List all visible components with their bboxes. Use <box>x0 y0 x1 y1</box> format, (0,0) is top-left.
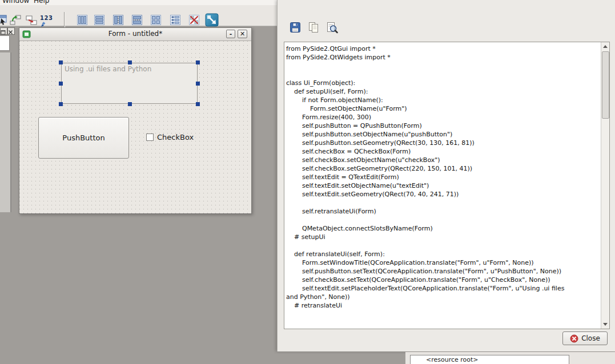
form-window-titlebar[interactable]: Form - untitled* - ✕ <box>19 28 251 41</box>
layout-grid-button[interactable] <box>150 14 162 27</box>
dock-close-button[interactable] <box>7 27 15 35</box>
selection-handle-mid-right[interactable] <box>196 82 200 86</box>
scroll-down-icon <box>603 323 608 326</box>
layout-vertical-button[interactable] <box>93 14 106 27</box>
find-icon <box>325 21 338 34</box>
layout-horizontal-splitter-button[interactable] <box>112 14 124 27</box>
adjust-size-icon <box>204 13 219 27</box>
form-window-title: Form - untitled* <box>19 30 251 38</box>
layout-horizontal-icon <box>76 14 89 26</box>
scrollbar-thumb[interactable] <box>602 51 609 119</box>
dialog-close-button[interactable]: Close <box>562 331 608 345</box>
edit-tab-order-button[interactable]: 123 <box>40 15 57 28</box>
scroll-up-icon <box>603 45 608 48</box>
layout-form-icon <box>169 14 182 26</box>
resource-browser-dock: <resource root> <box>405 352 615 364</box>
adjust-size-button[interactable] <box>204 13 219 27</box>
checkbox-indicator[interactable] <box>146 134 154 141</box>
pushbutton-widget[interactable]: PushButton <box>38 117 129 159</box>
save-code-button[interactable] <box>289 21 302 34</box>
generated-python-code[interactable]: from PySide2.QtGui import * from PySide2… <box>284 42 601 329</box>
minimize-button[interactable]: - <box>226 30 235 38</box>
float-dock-icon <box>1 30 6 35</box>
layout-grid-icon <box>150 14 162 26</box>
code-scrollbar[interactable] <box>601 42 609 329</box>
resource-root-item[interactable]: <resource root> <box>410 355 569 364</box>
edit-buddies-button[interactable] <box>25 14 38 27</box>
main-toolbar: 123 <box>0 5 277 26</box>
menu-window[interactable]: Window <box>2 0 29 5</box>
selection-handle-top-center[interactable] <box>128 60 132 64</box>
selection-handle-mid-left[interactable] <box>59 82 63 86</box>
qt-designer-screen: Window Help <box>0 0 615 364</box>
code-viewer-dialog: from PySide2.QtGui import * from PySide2… <box>277 0 615 351</box>
resource-root-label: <resource root> <box>426 356 479 363</box>
selection-handle-bottom-center[interactable] <box>128 102 132 106</box>
edit-signals-slots-button[interactable] <box>9 14 22 27</box>
copy-code-button[interactable] <box>307 21 320 34</box>
dock-edge[interactable] <box>0 52 11 212</box>
scroll-down-button[interactable] <box>601 320 609 329</box>
textedit-widget[interactable]: Using .ui files and Python <box>61 63 198 104</box>
layout-vertical-icon <box>93 14 106 26</box>
checkbox-label: CheckBox <box>157 133 194 141</box>
break-layout-button[interactable] <box>188 14 200 27</box>
close-dock-icon <box>8 30 13 35</box>
layout-form-button[interactable] <box>169 14 182 27</box>
code-view: from PySide2.QtGui import * from PySide2… <box>284 42 610 329</box>
checkbox-widget[interactable]: CheckBox <box>146 133 194 141</box>
find-in-code-button[interactable] <box>325 21 338 34</box>
save-icon <box>289 21 302 34</box>
menu-help[interactable]: Help <box>34 0 49 5</box>
dock-float-button[interactable] <box>0 27 7 35</box>
widget-box-dock <box>0 26 13 363</box>
edit-widgets-icon <box>0 14 8 26</box>
textedit-placeholder: Using .ui files and Python <box>62 63 197 75</box>
layout-horizontal-splitter-icon <box>112 14 124 26</box>
scroll-up-button[interactable] <box>601 42 609 51</box>
form-designer-window: Form - untitled* - ✕ Using .ui files and… <box>19 27 252 214</box>
close-button-label: Close <box>581 334 600 342</box>
close-circle-icon <box>570 334 578 343</box>
form-canvas[interactable]: Using .ui files and Python PushButton Ch… <box>19 41 251 213</box>
copy-icon <box>307 21 320 34</box>
edit-buddies-icon <box>25 14 38 26</box>
menubar: Window Help <box>0 0 277 5</box>
edit-widgets-button[interactable] <box>0 14 8 27</box>
pushbutton-label: PushButton <box>62 134 104 142</box>
edit-signals-slots-icon <box>9 14 22 26</box>
widget-filter-input[interactable] <box>0 35 10 51</box>
layout-vertical-splitter-button[interactable] <box>131 14 143 27</box>
selection-handle-top-right[interactable] <box>196 60 200 64</box>
break-layout-icon <box>188 14 200 26</box>
layout-horizontal-button[interactable] <box>76 14 89 27</box>
layout-vertical-splitter-icon <box>131 14 143 26</box>
edit-tab-order-icon: 123 <box>40 15 53 21</box>
selection-handle-bottom-left[interactable] <box>59 102 63 106</box>
close-button[interactable]: ✕ <box>238 30 247 38</box>
toolbar-separator <box>64 12 65 28</box>
selection-handle-top-left[interactable] <box>59 60 63 64</box>
selection-handle-bottom-right[interactable] <box>196 102 200 106</box>
